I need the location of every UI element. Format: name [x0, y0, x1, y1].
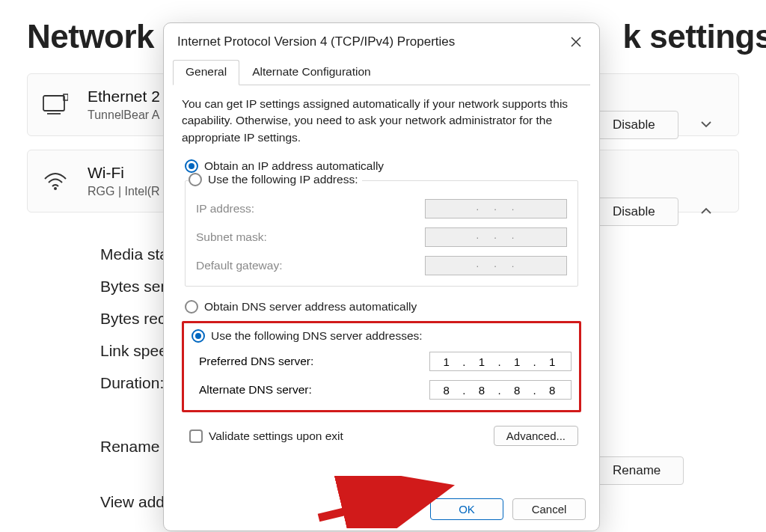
advanced-button[interactable]: Advanced... — [494, 426, 578, 446]
ok-button[interactable]: OK — [430, 498, 503, 520]
svg-rect-0 — [43, 96, 64, 111]
subnet-mask-input: ... — [425, 227, 567, 247]
radio-dns-manual[interactable]: Use the following DNS server addresses: — [192, 329, 572, 343]
radio-dns-auto[interactable]: Obtain DNS server address automatically — [185, 300, 581, 314]
dns-highlight: Use the following DNS server addresses: … — [182, 321, 581, 412]
disable-button-wifi[interactable]: Disable — [589, 198, 678, 226]
radio-icon — [189, 173, 202, 186]
checkbox-icon — [189, 429, 203, 443]
wifi-icon — [43, 171, 68, 191]
validate-checkbox-row[interactable]: Validate settings upon exit — [189, 429, 343, 443]
alternate-dns-input[interactable] — [429, 380, 572, 400]
right-column: Disable Disable Rename — [589, 90, 739, 485]
radio-ip-auto[interactable]: Obtain an IP address automatically — [185, 159, 581, 173]
cancel-button[interactable]: Cancel — [512, 498, 586, 520]
tab-general[interactable]: General — [173, 60, 239, 85]
ipv4-properties-dialog: Internet Protocol Version 4 (TCP/IPv4) P… — [163, 22, 600, 531]
rename-button[interactable]: Rename — [589, 456, 684, 485]
radio-icon — [192, 329, 205, 343]
chevron-down-icon[interactable] — [699, 117, 713, 134]
default-gateway-input: ... — [425, 256, 567, 275]
radio-icon — [185, 159, 198, 173]
radio-icon — [185, 300, 198, 314]
close-icon[interactable] — [568, 34, 584, 50]
subnet-mask-label: Subnet mask: — [196, 230, 267, 244]
description-text: You can get IP settings assigned automat… — [182, 96, 581, 146]
chevron-up-icon[interactable] — [699, 204, 713, 221]
radio-ip-manual[interactable]: Use the following IP address: — [189, 173, 362, 186]
ethernet-icon — [43, 94, 68, 116]
ip-manual-group: Use the following IP address: IP address… — [185, 180, 578, 287]
alternate-dns-label: Alternate DNS server: — [199, 383, 312, 397]
ip-address-label: IP address: — [196, 202, 254, 215]
preferred-dns-label: Preferred DNS server: — [199, 355, 313, 368]
dialog-title: Internet Protocol Version 4 (TCP/IPv4) P… — [177, 34, 568, 49]
svg-point-3 — [54, 187, 57, 190]
ip-address-input: ... — [425, 199, 567, 218]
disable-button-ethernet[interactable]: Disable — [589, 111, 678, 139]
preferred-dns-input[interactable] — [429, 352, 572, 371]
tab-alternate-config[interactable]: Alternate Configuration — [239, 60, 384, 85]
default-gateway-label: Default gateway: — [196, 259, 282, 272]
